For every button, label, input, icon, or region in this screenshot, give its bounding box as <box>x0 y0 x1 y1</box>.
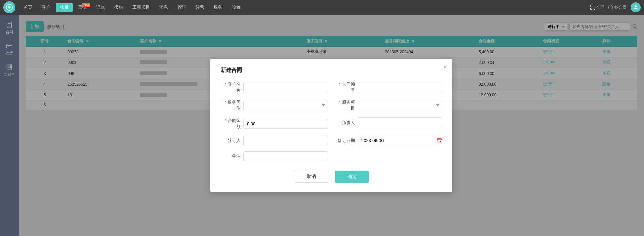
field-service-item: * 服务项目 <box>335 99 442 111</box>
nav-item-bookkeeping[interactable]: 记账 <box>92 3 109 12</box>
service-item-label: * 服务项目 <box>335 99 355 111</box>
nav-item-tax[interactable]: 报税 <box>110 3 127 12</box>
service-type-select[interactable] <box>243 101 328 110</box>
svg-point-1 <box>635 5 637 7</box>
form-row-2: * 服务类型 * 服务项目 <box>220 99 442 111</box>
modal-close-button[interactable]: × <box>443 64 447 70</box>
field-signer: 签订人 <box>220 136 328 145</box>
modal-footer: 取消 确定 <box>220 171 442 183</box>
field-client-name: * 客户名称 <box>220 81 328 93</box>
field-service-type: * 服务类型 <box>220 99 328 111</box>
nav-item-business[interactable]: 工商项目 <box>128 3 154 12</box>
new-contract-modal: 新建合同 × * 客户名称 <box>210 59 452 192</box>
form-row-3: * 合同金额 负责人 <box>220 117 442 130</box>
fullscreen-button[interactable]: 全屏 <box>590 5 604 10</box>
new-badge: new <box>82 3 90 7</box>
client-name-input[interactable] <box>243 83 328 92</box>
nav-item-home[interactable]: 首页 <box>19 3 36 12</box>
sign-date-input[interactable] <box>358 136 434 145</box>
remark-label: 备注 <box>220 153 241 159</box>
sidebar-charge-label: 收费 <box>6 51 13 56</box>
member-button[interactable]: 畅会员 <box>608 5 627 10</box>
nav-item-manage[interactable]: 管理 <box>173 3 190 12</box>
sidebar-item-contract[interactable]: 合同 <box>0 18 19 38</box>
signer-input[interactable] <box>243 136 328 145</box>
field-sign-date: 签订日期 📅 <box>335 136 442 145</box>
main-layout: 合同 收费 对账单 新增 服务项目 <box>0 15 644 236</box>
field-contract-no: * 合同编号 <box>335 81 442 93</box>
nav-item-invoice[interactable]: 票据 new <box>74 3 91 12</box>
responsible-input[interactable] <box>358 117 442 127</box>
cancel-button[interactable]: 取消 <box>294 171 328 183</box>
form-row-5: 备注 <box>220 151 442 161</box>
confirm-button[interactable]: 确定 <box>335 171 369 183</box>
svg-rect-0 <box>609 6 613 9</box>
service-type-label: * 服务类型 <box>220 99 241 111</box>
nav-item-settings[interactable]: 设置 <box>228 3 245 12</box>
signer-label: 签订人 <box>220 138 241 144</box>
modal-overlay[interactable]: 新建合同 × * 客户名称 <box>19 15 644 236</box>
remark-input[interactable] <box>243 151 328 161</box>
form-row-4: 签订人 签订日期 📅 <box>220 136 442 145</box>
sidebar-item-statement[interactable]: 对账单 <box>0 60 19 80</box>
contract-amount-label: * 合同金额 <box>220 117 241 130</box>
user-avatar[interactable] <box>631 2 641 12</box>
responsible-label: 负责人 <box>335 120 355 126</box>
svg-rect-6 <box>7 44 12 48</box>
sidebar-contract-label: 合同 <box>6 30 13 35</box>
contract-amount-input[interactable] <box>243 119 328 129</box>
field-contract-amount: * 合同金额 <box>220 117 328 130</box>
sidebar-item-charge[interactable]: 收费 <box>0 39 19 59</box>
sidebar-statement-label: 对账单 <box>4 72 15 77</box>
modal-title: 新建合同 <box>220 67 442 74</box>
sign-date-label: 签订日期 <box>335 138 355 144</box>
sidebar: 合同 收费 对账单 <box>0 15 19 236</box>
nav-right-area: 全屏 畅会员 <box>590 2 641 12</box>
top-navigation: 首页 客户 收费 票据 new 记账 报税 工商项目 消息 管理 经营 服务 设… <box>0 0 644 15</box>
nav-item-charge[interactable]: 收费 <box>56 3 73 12</box>
nav-item-message[interactable]: 消息 <box>155 3 172 12</box>
contract-no-label: * 合同编号 <box>335 81 355 93</box>
form-row-1: * 客户名称 * 合同编号 <box>220 81 442 93</box>
nav-item-operation[interactable]: 经营 <box>192 3 208 12</box>
app-logo[interactable] <box>3 1 15 13</box>
field-remark: 备注 <box>220 151 328 161</box>
field-responsible: 负责人 <box>335 117 442 130</box>
calendar-icon[interactable]: 📅 <box>437 138 442 143</box>
service-item-select[interactable] <box>358 101 442 110</box>
client-name-label: * 客户名称 <box>220 81 241 93</box>
nav-item-service[interactable]: 服务 <box>210 3 227 12</box>
contract-no-input[interactable] <box>358 83 442 92</box>
nav-item-client[interactable]: 客户 <box>38 3 54 12</box>
main-content: 新增 服务项目 进行中 已完成 已取消 <box>19 15 644 236</box>
